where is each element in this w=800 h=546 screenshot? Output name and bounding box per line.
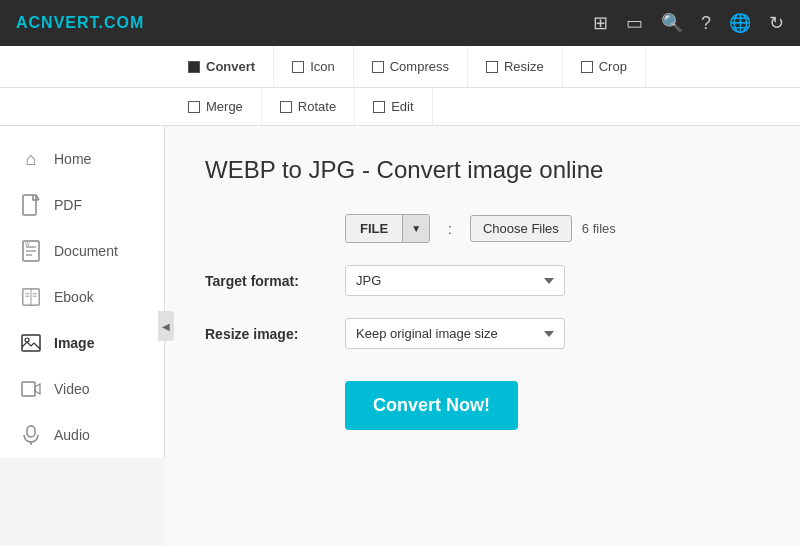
subnav-label-convert: Convert xyxy=(206,59,255,74)
file-control: FILE ▼ : Choose Files 6 files xyxy=(345,214,616,243)
sidebar-label-video: Video xyxy=(54,381,90,397)
ebook-icon xyxy=(20,286,42,308)
sidebar-item-ebook[interactable]: Ebook xyxy=(0,274,164,320)
subnav-label-resize: Resize xyxy=(504,59,544,74)
sidebar-item-video[interactable]: Video xyxy=(0,366,164,412)
subnav-item-crop[interactable]: Crop xyxy=(563,46,646,87)
choose-files-button[interactable]: Choose Files xyxy=(470,215,572,242)
logo-text: ACNVERT.COM xyxy=(16,14,144,31)
subnav2-label-rotate: Rotate xyxy=(298,99,336,114)
main-layout: ⌂ Home PDF xyxy=(0,126,800,546)
main-content: WEBP to JPG - Convert image online FILE … xyxy=(165,126,800,546)
sidebar-item-pdf[interactable]: PDF xyxy=(0,182,164,228)
subnav-label-icon: Icon xyxy=(310,59,335,74)
sidebar-wrapper: ⌂ Home PDF xyxy=(0,126,165,546)
resize-image-control: Keep original image size Custom size Sma… xyxy=(345,318,565,349)
file-dropdown-button[interactable]: ▼ xyxy=(402,215,429,242)
sidebar-label-document: Document xyxy=(54,243,118,259)
subnav-item-icon[interactable]: Icon xyxy=(274,46,354,87)
sidebar-item-document[interactable]: W Document xyxy=(0,228,164,274)
file-row: FILE ▼ : Choose Files 6 files xyxy=(205,214,760,243)
sidebar-item-audio[interactable]: Audio xyxy=(0,412,164,458)
refresh-icon[interactable]: ↻ xyxy=(769,12,784,34)
grid-icon[interactable]: ⊞ xyxy=(593,12,608,34)
resize-image-label: Resize image: xyxy=(205,326,345,342)
sidebar-item-image[interactable]: Image xyxy=(0,320,164,366)
subnav2-item-edit[interactable]: Edit xyxy=(355,88,432,125)
svg-text:W: W xyxy=(25,241,30,247)
subnav-label-crop: Crop xyxy=(599,59,627,74)
pdf-icon xyxy=(20,194,42,216)
subnav-item-convert[interactable]: Convert xyxy=(170,46,274,87)
edit-checkbox xyxy=(373,101,385,113)
audio-icon xyxy=(20,424,42,446)
subnav2-item-merge[interactable]: Merge xyxy=(170,88,262,125)
files-count: 6 files xyxy=(582,221,616,236)
sidebar: ⌂ Home PDF xyxy=(0,126,165,458)
compress-checkbox xyxy=(372,61,384,73)
colon: : xyxy=(448,221,452,237)
subnav-item-compress[interactable]: Compress xyxy=(354,46,468,87)
video-icon xyxy=(20,378,42,400)
subnav2-label-edit: Edit xyxy=(391,99,413,114)
sidebar-label-home: Home xyxy=(54,151,91,167)
topnav: ACNVERT.COM ⊞ ▭ 🔍 ? 🌐 ↻ xyxy=(0,0,800,46)
sidebar-label-image: Image xyxy=(54,335,94,351)
target-format-label: Target format: xyxy=(205,273,345,289)
resize-image-select[interactable]: Keep original image size Custom size Sma… xyxy=(345,318,565,349)
sidebar-label-audio: Audio xyxy=(54,427,90,443)
svg-rect-0 xyxy=(23,195,36,215)
tablet-icon[interactable]: ▭ xyxy=(626,12,643,34)
sidebar-item-home[interactable]: ⌂ Home xyxy=(0,136,164,182)
subnav-row2: Merge Rotate Edit xyxy=(0,88,800,126)
sidebar-label-pdf: PDF xyxy=(54,197,82,213)
resize-checkbox xyxy=(486,61,498,73)
svg-rect-14 xyxy=(22,382,35,396)
subnav-item-resize[interactable]: Resize xyxy=(468,46,563,87)
target-format-select[interactable]: JPG PNG WEBP GIF BMP TIFF xyxy=(345,265,565,296)
sidebar-label-ebook: Ebook xyxy=(54,289,94,305)
icon-checkbox xyxy=(292,61,304,73)
svg-rect-15 xyxy=(27,426,35,437)
search-icon[interactable]: 🔍 xyxy=(661,12,683,34)
help-icon[interactable]: ? xyxy=(701,13,711,34)
page-title: WEBP to JPG - Convert image online xyxy=(205,156,760,184)
rotate-checkbox xyxy=(280,101,292,113)
subnav2-item-rotate[interactable]: Rotate xyxy=(262,88,355,125)
subnav-label-compress: Compress xyxy=(390,59,449,74)
language-icon[interactable]: 🌐 xyxy=(729,12,751,34)
target-format-control: JPG PNG WEBP GIF BMP TIFF xyxy=(345,265,565,296)
subnav-row1: Convert Icon Compress Resize Crop xyxy=(0,46,800,88)
convert-now-button[interactable]: Convert Now! xyxy=(345,381,518,430)
target-format-row: Target format: JPG PNG WEBP GIF BMP TIFF xyxy=(205,265,760,296)
subnav2-label-merge: Merge xyxy=(206,99,243,114)
merge-checkbox xyxy=(188,101,200,113)
topnav-icons: ⊞ ▭ 🔍 ? 🌐 ↻ xyxy=(593,12,784,34)
file-main-button[interactable]: FILE xyxy=(346,215,402,242)
sidebar-collapse-btn[interactable]: ◀ xyxy=(158,311,174,341)
file-btn-group: FILE ▼ xyxy=(345,214,430,243)
image-icon xyxy=(20,332,42,354)
crop-checkbox xyxy=(581,61,593,73)
convert-btn-wrapper: Convert Now! xyxy=(205,371,760,430)
logo: ACNVERT.COM xyxy=(16,14,144,32)
svg-rect-12 xyxy=(22,335,40,351)
home-icon: ⌂ xyxy=(20,148,42,170)
convert-checkbox xyxy=(188,61,200,73)
resize-image-row: Resize image: Keep original image size C… xyxy=(205,318,760,349)
document-icon: W xyxy=(20,240,42,262)
